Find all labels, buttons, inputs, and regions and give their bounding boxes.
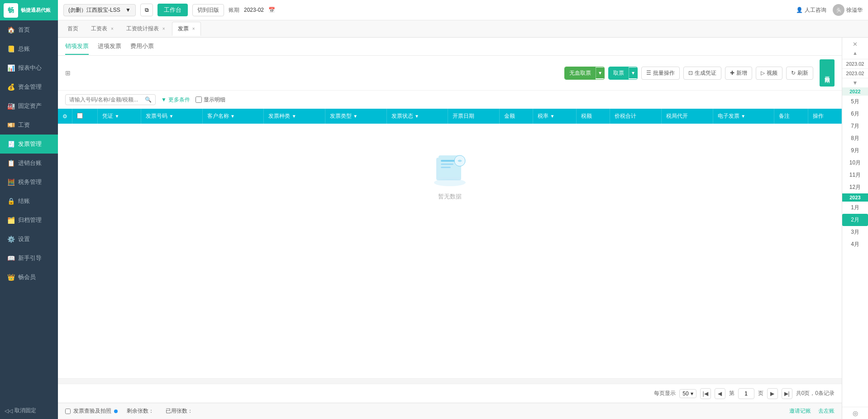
tab-salary-stats-close[interactable]: × [162,26,165,31]
month-2022-10[interactable]: 10月 [842,157,868,169]
col-inv-status[interactable]: 发票状态 ▼ [386,109,448,124]
page-input[interactable] [738,388,754,399]
col-inv-category[interactable]: 发票类型 ▼ [325,109,386,124]
user-menu[interactable]: 头 徐溢华 [833,4,863,16]
date-panel-collapse-icon[interactable]: ◎ [853,409,858,417]
calendar-icon[interactable]: 📅 [268,7,275,13]
workbench-button[interactable]: 工作台 [157,4,188,16]
no-cancel-dropdown[interactable]: ▾ [596,67,604,78]
col-inv-no[interactable]: 发票号码 ▼ [141,109,203,124]
tabs-bar: 首页 工资表 × 工资统计报表 × 发票 × [58,20,868,38]
refresh-label: 刷新 [797,69,808,77]
month-2022-11[interactable]: 11月 [842,169,868,181]
month-2022-8[interactable]: 8月 [842,132,868,144]
tab-invoice[interactable]: 发票 × [172,22,201,36]
tab-salary-close[interactable]: × [111,26,114,31]
grid-settings-icon[interactable]: ⊞ [65,69,71,77]
invoice-icon: 🧾 [7,140,14,148]
col-date[interactable]: 开票日期 [448,109,500,124]
sidebar-item-tax[interactable]: 🧮 税务管理 [0,173,58,192]
company-selector[interactable]: (勿删）江西股宝-LSS ▼ [63,4,136,16]
date-panel-expand-button[interactable]: ▲ [851,49,859,57]
new-button[interactable]: ✚ 新增 [725,67,752,80]
col-settings[interactable]: ⚙ [58,109,72,124]
h-scrollbar[interactable] [58,378,842,384]
month-2022-12[interactable]: 12月 [842,181,868,193]
sidebar-item-archive[interactable]: 🗂️ 归档管理 [0,211,58,230]
month-2023-1[interactable]: 1月 [842,202,868,214]
sidebar-item-member[interactable]: 👑 畅会员 [0,268,58,287]
last-page-button[interactable]: ▶| [782,388,792,399]
first-page-button[interactable]: |◀ [700,388,711,399]
copy-icon[interactable]: ⧉ [140,4,153,16]
col-inv-type[interactable]: 发票种类 ▼ [264,109,325,124]
sub-tab-purchase[interactable]: 进项发票 [98,39,121,55]
col-amount[interactable]: 金额 [499,109,533,124]
take-dropdown[interactable]: ▾ [629,67,637,78]
show-detail-checkbox[interactable]: 显示明细 [196,96,225,104]
open-date-button[interactable]: 开账日期 [820,59,835,87]
prev-page-button[interactable]: ◀ [715,388,725,399]
tab-salary-stats[interactable]: 工资统计报表 × [120,22,171,36]
year-label-2023: 2023 [842,193,868,202]
detail-checkbox-input[interactable] [196,96,202,103]
tab-home[interactable]: 首页 [62,22,84,36]
switch-version-button[interactable]: 切到旧版 [192,4,224,16]
generate-voucher-button[interactable]: ⊡ 生成凭证 [683,67,721,80]
help-button[interactable]: 👤 人工咨询 [796,6,826,14]
month-2022-6[interactable]: 6月 [842,108,868,120]
sidebar-item-funds[interactable]: 💰 资金管理 [0,77,58,96]
refresh-button[interactable]: ↻ 刷新 [786,67,813,80]
month-2022-9[interactable]: 9月 [842,144,868,157]
col-action[interactable]: 操作 [808,109,841,124]
sidebar-item-assets[interactable]: 🏭 固定资产 [0,96,58,116]
sidebar: 畅 畅捷通易代账 🏠 首页 📒 总账 📊 报表中心 💰 资金管理 🏭 固定资产 … [0,0,58,419]
tab-salary-table[interactable]: 工资表 × [85,22,119,36]
more-filter-button[interactable]: ▼ 更多条件 [161,96,190,104]
col-tax-rate[interactable]: 税率 ▼ [533,109,577,124]
no-cancel-ticket-button[interactable]: 无血取票 [565,67,596,79]
sidebar-item-salary[interactable]: 💴 工资 [0,116,58,135]
month-2023-2[interactable]: 2月 [842,214,868,226]
sidebar-item-close[interactable]: 🔒 结账 [0,192,58,211]
sidebar-item-invoice[interactable]: 🧾 发票管理 [0,135,58,154]
sidebar-item-settings[interactable]: ⚙️ 设置 [0,230,58,249]
invoice-page: 销项发票 进项发票 费用小票 ⊞ [58,38,842,419]
date-panel-close-button[interactable]: ✕ [851,39,859,49]
take-ticket-group: 取票 ▾ [608,67,638,80]
logo-icon: 畅 [4,3,18,18]
sidebar-item-guide[interactable]: 📖 新手引导 [0,249,58,268]
sidebar-item-ledger[interactable]: 📒 总账 [0,39,58,58]
month-2022-5[interactable]: 5月 [842,96,868,108]
take-ticket-button[interactable]: 取票 [609,67,629,79]
col-tax-amount[interactable]: 税额 [577,109,610,124]
sidebar-item-purchase[interactable]: 📋 进销台账 [0,154,58,173]
sidebar-item-reports[interactable]: 📊 报表中心 [0,58,58,77]
col-e-invoice[interactable]: 电子发票 ▼ [713,109,774,124]
month-2023-4[interactable]: 4月 [842,238,868,250]
video-button[interactable]: ▷ 视频 [756,67,782,80]
select-all-checkbox[interactable] [77,113,83,119]
bottom-bar: 发票查验及拍照 剩余张数： 已用张数： 邀请记账 去左账 [58,403,842,419]
sub-tab-sales[interactable]: 销项发票 [65,39,89,55]
month-2023-3[interactable]: 3月 [842,226,868,238]
tab-invoice-close[interactable]: × [192,26,195,31]
col-checkbox[interactable] [72,109,98,124]
col-voucher[interactable]: 凭证 ▼ [98,109,141,124]
invoice-check-checkbox[interactable] [65,409,71,414]
search-input[interactable] [69,96,142,103]
help-link[interactable]: 去左账 [818,407,835,415]
sidebar-item-home[interactable]: 🏠 首页 [0,20,58,39]
search-icon[interactable]: 🔍 [145,96,152,103]
next-page-button[interactable]: ▶ [767,388,778,399]
col-total[interactable]: 价税合计 [610,109,662,124]
batch-button[interactable]: ☰ 批量操作 [641,67,680,80]
month-2022-7[interactable]: 7月 [842,120,868,132]
col-tax-code[interactable]: 税局代开 [662,109,713,124]
sub-tab-expense[interactable]: 费用小票 [130,39,154,55]
col-remark[interactable]: 备注 [774,109,808,124]
per-page-select[interactable]: 50 ▾ [679,389,696,398]
col-customer[interactable]: 客户名称 ▼ [202,109,264,124]
sidebar-bottom-pin[interactable]: ◁◁ 取消固定 [0,402,58,419]
invite-link[interactable]: 邀请记账 [789,407,811,415]
